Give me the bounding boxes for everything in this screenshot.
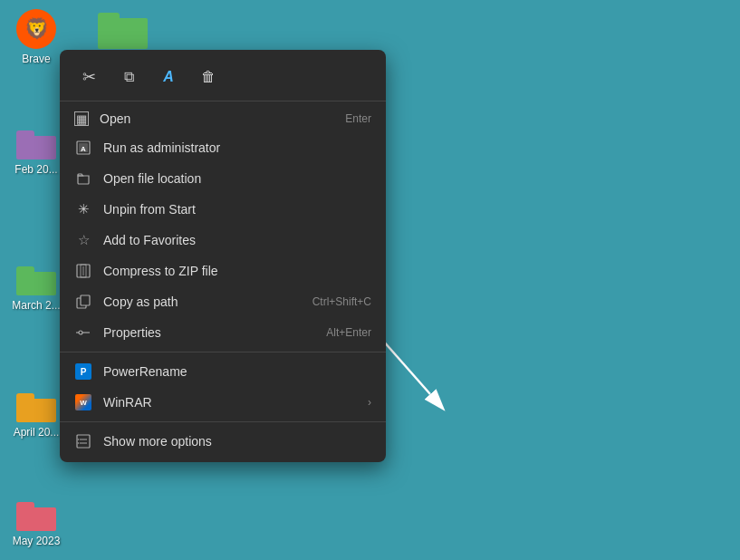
feb-label: Feb 20... [14, 163, 57, 176]
menu-item-compress[interactable]: Compress to ZIP file [60, 256, 386, 286]
run-admin-icon: A [74, 139, 92, 157]
desktop-icon-feb[interactable]: Feb 20... [5, 127, 68, 176]
winrar-icon: W [74, 393, 92, 411]
menu-item-open-location[interactable]: Open file location [60, 163, 386, 194]
winrar-arrow: › [368, 396, 371, 409]
svg-point-13 [78, 442, 80, 444]
copy-path-icon [74, 293, 92, 311]
may-label: May 2023 [13, 535, 61, 547]
menu-item-properties[interactable]: Properties Alt+Enter [60, 317, 386, 348]
menu-item-copy-path[interactable]: Copy as path Ctrl+Shift+C [60, 286, 386, 317]
svg-text:A: A [81, 145, 86, 153]
svg-rect-7 [81, 295, 90, 305]
powerrename-icon: P [74, 362, 92, 381]
copy-button[interactable]: ⧉ [114, 63, 143, 92]
top-right-folder[interactable] [98, 9, 148, 49]
unpin-label: Unpin from Start [103, 202, 371, 217]
desktop-icon-may[interactable]: May 2023 [5, 498, 68, 547]
menu-item-open[interactable]: ▦ Open Enter [60, 105, 386, 132]
rename-icon: A [163, 69, 174, 85]
march-label: March 2... [12, 299, 60, 312]
menu-item-favorites[interactable]: ☆ Add to Favorites [60, 225, 386, 256]
separator-2 [60, 421, 386, 422]
properties-icon [74, 323, 92, 342]
run-admin-label: Run as administrator [103, 140, 371, 155]
open-location-label: Open file location [103, 171, 371, 186]
context-menu-toolbar: ✂ ⧉ A 🗑 [60, 55, 386, 101]
desktop: 🦁 Brave Feb 20... March 2... April 20...… [0, 0, 740, 560]
svg-point-12 [78, 439, 80, 440]
context-menu: ✂ ⧉ A 🗑 ▦ Open Enter A [60, 50, 386, 462]
feb-folder-icon [16, 127, 56, 159]
rename-button[interactable]: A [154, 63, 183, 92]
winrar-label: WinRAR [103, 395, 357, 410]
svg-rect-11 [77, 435, 90, 448]
may-folder-icon [16, 498, 56, 531]
separator-1 [60, 352, 386, 352]
april-label: April 20... [14, 426, 60, 439]
brave-label: Brave [22, 53, 50, 65]
desktop-icon-brave[interactable]: 🦁 Brave [5, 9, 68, 65]
desktop-icon-april[interactable]: April 20... [5, 390, 68, 439]
svg-point-8 [79, 331, 82, 334]
menu-item-run-admin[interactable]: A Run as administrator [60, 132, 386, 163]
desktop-icon-march[interactable]: March 2... [5, 263, 68, 312]
cut-icon: ✂ [82, 67, 96, 87]
unpin-icon: ✳ [74, 200, 92, 218]
copy-path-shortcut: Ctrl+Shift+C [312, 295, 371, 308]
brave-app-icon: 🦁 [16, 9, 56, 49]
show-more-label: Show more options [103, 434, 371, 449]
open-icon: ▦ [74, 111, 89, 126]
menu-item-winrar[interactable]: W WinRAR › [60, 387, 386, 418]
open-shortcut: Enter [345, 112, 371, 125]
open-location-icon [74, 169, 92, 188]
open-label: Open [100, 111, 334, 126]
compress-icon [74, 262, 92, 280]
menu-item-show-more[interactable]: Show more options [60, 426, 386, 457]
properties-shortcut: Alt+Enter [326, 326, 371, 339]
menu-item-powerrename[interactable]: P PowerRename [60, 356, 386, 387]
compress-label: Compress to ZIP file [103, 264, 371, 278]
copy-icon: ⧉ [124, 69, 134, 85]
powerrename-label: PowerRename [103, 364, 371, 379]
april-folder-icon [16, 390, 56, 422]
cut-button[interactable]: ✂ [74, 63, 103, 92]
properties-label: Properties [103, 325, 315, 340]
show-more-icon [74, 432, 92, 450]
favorites-label: Add to Favorites [103, 233, 371, 247]
favorites-icon: ☆ [74, 231, 92, 249]
menu-item-unpin[interactable]: ✳ Unpin from Start [60, 194, 386, 225]
copy-path-label: Copy as path [103, 294, 302, 309]
march-folder-icon [16, 263, 56, 295]
delete-button[interactable]: 🗑 [194, 63, 223, 92]
delete-icon: 🗑 [201, 69, 216, 85]
